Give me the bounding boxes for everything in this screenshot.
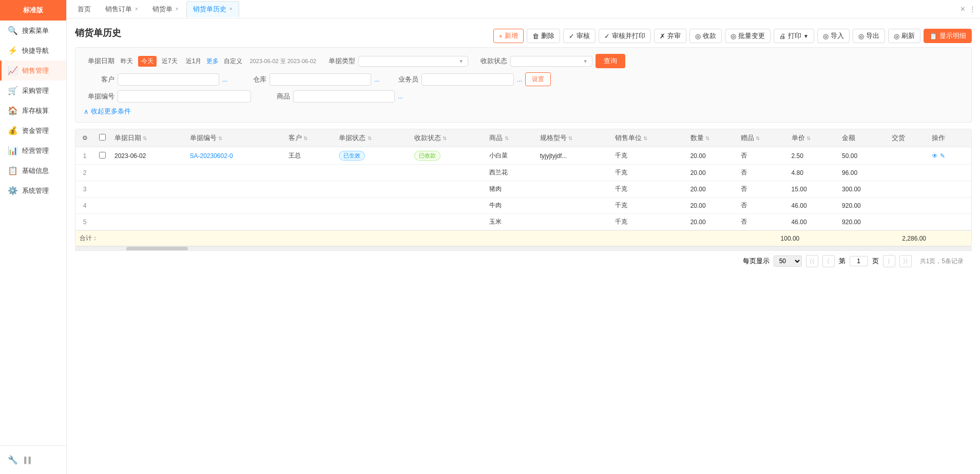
tab-sales-history-close[interactable]: × [229, 7, 233, 12]
payment-status-select[interactable]: ▼ [510, 56, 592, 67]
doc-no-input[interactable] [118, 90, 251, 103]
window-menu-icon[interactable]: ⋮ [969, 5, 976, 13]
collapse-button[interactable]: ∧ 收起更多条件 [84, 107, 963, 116]
cell-doc-status-0: 已生效 [335, 147, 410, 165]
col-spec-type[interactable]: 规格型号 ⇅ [536, 129, 611, 147]
select-all-checkbox[interactable] [99, 134, 106, 141]
print-button[interactable]: 🖨 打印 ▼ [774, 29, 814, 43]
delete-button[interactable]: 🗑 删除 [527, 29, 560, 43]
sidebar-item-base-info[interactable]: 📋 基础信息 [0, 161, 66, 181]
staff-ellipsis[interactable]: ... [517, 76, 522, 83]
customer-ellipsis[interactable]: ... [222, 76, 227, 83]
add-button[interactable]: + 新增 [493, 29, 524, 43]
date-btn-7days[interactable]: 近7天 [159, 56, 181, 67]
col-doc-status-label: 单据状态 [339, 134, 366, 142]
table-header-row: ⚙ 单据日期 ⇅ 单据编号 ⇅ 客户 [75, 129, 971, 147]
col-payment-status-sort: ⇅ [443, 135, 447, 141]
table-row: 3 猪肉 千克 20.00 否 15.00 300.00 [75, 181, 971, 198]
tab-sales-order-close[interactable]: × [135, 7, 138, 12]
goods-ellipsis[interactable]: ... [398, 93, 403, 100]
sidebar-item-sys-mgmt[interactable]: ⚙️ 系统管理 [0, 181, 66, 201]
ops-icon: 📊 [8, 146, 18, 155]
warehouse-ellipsis[interactable]: ... [374, 76, 379, 83]
filter-doc-type: 单据类型 ▼ [324, 56, 468, 67]
sidebar-bottom-label: ▐▐ [22, 457, 31, 464]
sidebar-item-purchase-mgmt[interactable]: 🛒 采购管理 [0, 81, 66, 101]
edit-link-0[interactable]: ✎ [940, 152, 945, 160]
row-select-checkbox[interactable] [99, 152, 106, 159]
row-num-1: 2 [75, 165, 94, 181]
audit-print-button[interactable]: ✓ 审核并打印 [599, 29, 651, 43]
warehouse-input[interactable] [270, 73, 371, 86]
col-doc-no[interactable]: 单据编号 ⇅ [186, 129, 284, 147]
col-unit-price[interactable]: 单价 ⇅ [787, 129, 838, 147]
date-btn-1month[interactable]: 近1月 [183, 56, 205, 67]
col-quantity[interactable]: 数量 ⇅ [686, 129, 737, 147]
col-gear[interactable]: ⚙ [75, 129, 94, 147]
cell-gift-3: 否 [737, 198, 787, 214]
export-button[interactable]: ◎ 导出 [853, 29, 885, 43]
main-area: 首页 销售订单 × 销货单 × 销货单历史 × × ⋮ 销货单历史 + 新增 [67, 0, 980, 474]
settings-button[interactable]: 设置 [525, 72, 551, 86]
col-doc-date[interactable]: 单据日期 ⇅ [110, 129, 186, 147]
show-detail-button[interactable]: 📋 显示明细 [924, 29, 972, 43]
date-btn-yesterday[interactable]: 昨天 [118, 56, 136, 67]
first-page-btn[interactable]: ⟨⟨ [806, 255, 818, 267]
page-size-select[interactable]: 50 10 20 100 [774, 255, 802, 267]
sidebar-item-finance[interactable]: 💰 资金管理 [0, 121, 66, 141]
date-btn-today[interactable]: 今天 [138, 56, 157, 67]
cell-quantity-1: 20.00 [686, 165, 737, 181]
audit-button[interactable]: ✓ 审核 [563, 29, 595, 43]
page-number-input[interactable] [850, 256, 868, 266]
col-goods-sort: ⇅ [505, 135, 509, 141]
prev-page-btn[interactable]: ⟨ [822, 255, 835, 267]
col-sales-unit[interactable]: 销售单位 ⇅ [611, 129, 686, 147]
cell-unit-price-4: 46.00 [787, 214, 838, 230]
col-checkbox [94, 129, 110, 147]
cell-doc-status-1 [335, 165, 410, 181]
customer-input[interactable] [118, 73, 219, 86]
tab-sales-goods[interactable]: 销货单 × [146, 1, 185, 17]
col-payment-status[interactable]: 收款状态 ⇅ [410, 129, 486, 147]
date-btn-custom[interactable]: 自定义 [221, 56, 245, 67]
cell-payment-status-2 [410, 181, 486, 198]
col-goods[interactable]: 商品 ⇅ [485, 129, 535, 147]
filter-warehouse: 仓库 ... [236, 73, 379, 86]
sidebar-item-quick-nav[interactable]: ⚡ 快捷导航 [0, 41, 66, 61]
window-close-icon[interactable]: × [960, 5, 965, 14]
show-detail-icon: 📋 [929, 32, 937, 40]
staff-input[interactable] [421, 73, 514, 86]
tab-home[interactable]: 首页 [71, 1, 98, 17]
scrollbar-area[interactable] [75, 246, 972, 250]
table-row: 1 2023-06-02 SA-20230602-0 王总 已生效 已收款 小白… [75, 147, 971, 165]
cell-doc-date-2 [110, 181, 186, 198]
sidebar-item-settings-bottom[interactable]: 🔧 ▐▐ [0, 450, 66, 470]
view-link-0[interactable]: 👁 [932, 152, 938, 160]
cell-amount-2: 300.00 [838, 181, 888, 198]
sidebar-item-ops[interactable]: 📊 经营管理 [0, 141, 66, 161]
date-btn-more[interactable]: 更多 [206, 57, 219, 66]
batch-change-button[interactable]: ◎ 批量变更 [725, 29, 771, 43]
doc-type-label: 单据类型 [324, 56, 355, 66]
refresh-button[interactable]: ◎ 刷新 [888, 29, 920, 43]
col-quantity-label: 数量 [690, 134, 704, 142]
sidebar-item-sales-mgmt[interactable]: 📈 销售管理 [0, 61, 66, 81]
tab-sales-goods-close[interactable]: × [176, 7, 179, 12]
doc-type-select[interactable]: ▼ [358, 56, 468, 67]
sidebar-item-inventory[interactable]: 🏠 库存核算 [0, 101, 66, 121]
filter-goods: 商品 ... [259, 90, 403, 103]
doc-no-link-0[interactable]: SA-20230602-0 [190, 152, 233, 160]
col-doc-status[interactable]: 单据状态 ⇅ [335, 129, 410, 147]
collect-button[interactable]: ◎ 收款 [689, 29, 722, 43]
next-page-btn[interactable]: ⟩ [883, 255, 895, 267]
col-gift[interactable]: 赠品 ⇅ [737, 129, 787, 147]
tab-sales-order[interactable]: 销售订单 × [99, 1, 145, 17]
col-customer[interactable]: 客户 ⇅ [284, 129, 335, 147]
goods-input[interactable] [293, 90, 395, 103]
last-page-btn[interactable]: ⟩⟩ [899, 255, 912, 267]
import-button[interactable]: ◎ 导入 [817, 29, 850, 43]
query-button[interactable]: 查询 [595, 54, 625, 68]
abandon-button[interactable]: ✗ 弃审 [654, 29, 686, 43]
sidebar-item-search-menu[interactable]: 🔍 搜索菜单 [0, 21, 66, 41]
tab-sales-history[interactable]: 销货单历史 × [186, 1, 239, 17]
